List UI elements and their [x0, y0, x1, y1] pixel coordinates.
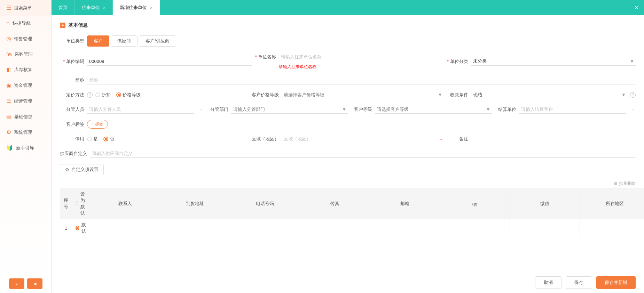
remark-group: 备注: [444, 135, 636, 143]
unit-type-row: 单位类型 客户 供应商 客户/供应商: [60, 35, 636, 47]
unit-btn-supplier[interactable]: 供应商: [111, 35, 138, 47]
short-name-row: 简称: [60, 76, 636, 84]
level-label: 价格等级: [123, 92, 141, 98]
short-name-label: 简称: [60, 77, 84, 83]
unit-category-select[interactable]: ▼: [471, 57, 636, 66]
customer-level-input[interactable]: [375, 105, 492, 113]
save-button[interactable]: 保存: [566, 276, 592, 289]
customer-price-level-input[interactable]: [282, 91, 443, 99]
manager-more-btn[interactable]: ···: [197, 107, 204, 112]
unit-name-label: 单位名称: [252, 54, 276, 60]
pricing-level-radio[interactable]: 价格等级: [116, 92, 141, 98]
remark-input[interactable]: [471, 135, 636, 143]
sidebar-item-guide[interactable]: 🔰 新手引导: [0, 140, 51, 156]
window-close-btn[interactable]: ×: [629, 0, 644, 15]
sidebar-item-operations[interactable]: ☰ 经营管理: [0, 93, 51, 109]
unit-code-input[interactable]: [87, 57, 252, 66]
qq-input[interactable]: [443, 224, 506, 232]
tab-home[interactable]: 首页: [52, 0, 75, 15]
sidebar-item-inventory[interactable]: ◧ 库存核算: [0, 62, 51, 78]
settlement-unit-group: 结算单位 ···: [492, 105, 636, 114]
region-more-btn[interactable]: ···: [437, 136, 444, 142]
tab-spacer: [160, 0, 629, 15]
row-email: [370, 219, 440, 237]
custom-settings-btn[interactable]: ⚙ 自定义项设置: [60, 164, 104, 175]
tab-partner[interactable]: 往来单位 ×: [75, 0, 113, 15]
region-input[interactable]: [282, 135, 434, 143]
sidebar-label-inventory: 库存核算: [14, 67, 32, 73]
batch-delete-label[interactable]: 批量删除: [619, 181, 636, 186]
unit-category-input[interactable]: [471, 57, 636, 65]
customer-price-level-select[interactable]: ▼: [282, 91, 443, 99]
disabled-yes-radio[interactable]: 是: [87, 136, 98, 142]
pricing-radio-group: 折扣 价格等级: [95, 92, 141, 98]
payment-terms-label: 收款条件: [444, 92, 468, 98]
header-checkbox[interactable]: [76, 201, 78, 206]
tab-partner-label: 往来单位: [82, 5, 100, 11]
disabled-no-radio[interactable]: 否: [103, 136, 114, 142]
delete-icon: 🗑: [614, 181, 618, 186]
unit-btn-both[interactable]: 客户/供应商: [139, 35, 176, 47]
default-text: 默认: [81, 222, 86, 234]
settlement-more-btn[interactable]: ···: [629, 107, 636, 112]
pricing-help-icon[interactable]: ?: [87, 92, 93, 98]
pricing-method-group: 定价方法 ? 折扣 价格等级: [60, 92, 252, 98]
custom-settings-area: ⚙ 自定义项设置: [60, 164, 636, 175]
manager-input[interactable]: [87, 105, 194, 114]
fax-input[interactable]: [304, 224, 366, 232]
tab-home-label: 首页: [58, 5, 68, 11]
short-name-input[interactable]: [87, 76, 636, 84]
row-default-radio[interactable]: 默认: [76, 222, 86, 234]
cancel-button[interactable]: 取消: [535, 276, 561, 289]
tab-new-partner-close[interactable]: ×: [150, 5, 152, 10]
payment-terms-select[interactable]: ▼: [471, 91, 627, 99]
row-region-input[interactable]: [583, 224, 644, 232]
guide-icon: 🔰: [6, 145, 13, 151]
sidebar-item-finance[interactable]: ◉ 资金管理: [0, 78, 51, 93]
table-header: 序号 设为默认 联系人 到货地址 电话号码 传真 邮箱 qq: [60, 188, 644, 219]
sidebar-expand-btn[interactable]: ≡: [9, 278, 24, 289]
settlement-unit-input[interactable]: [519, 105, 626, 114]
unit-code-label: 单位编码: [60, 58, 84, 65]
unit-name-input[interactable]: [279, 53, 443, 61]
sidebar-item-base-info[interactable]: ▤ 基础信息: [0, 109, 51, 124]
sidebar-item-search[interactable]: ☰ 搜索菜单: [0, 0, 51, 16]
sidebar-collapse-btn[interactable]: ◀: [27, 278, 42, 289]
email-input[interactable]: [374, 224, 436, 232]
sidebar-item-purchase[interactable]: 🛍 采购管理: [0, 47, 51, 62]
tab-new-partner[interactable]: 新增往来单位 ×: [113, 0, 160, 15]
col-phone: 电话号码: [230, 188, 300, 219]
department-input[interactable]: [231, 105, 348, 113]
phone-input[interactable]: [234, 224, 296, 232]
wechat-input[interactable]: [513, 224, 576, 232]
payment-help-icon[interactable]: ?: [630, 92, 636, 98]
sidebar-item-sales[interactable]: ◎ 销售管理: [0, 31, 51, 47]
contact-input[interactable]: [94, 224, 156, 232]
address-input[interactable]: [164, 224, 226, 232]
customer-price-level-group: 客户价格等级 ▼: [252, 91, 443, 99]
sidebar-item-system[interactable]: ⚙ 系统管理: [0, 124, 51, 140]
col-email: 邮箱: [370, 188, 440, 219]
manager-row: 分管人员 ··· 分管部门 ▼ 客户等级 ▼: [60, 105, 636, 114]
base-info-icon: ▤: [6, 113, 11, 120]
save-new-button[interactable]: 保存并新增: [596, 276, 636, 289]
payment-terms-group: 收款条件 ▼ ?: [444, 91, 636, 99]
disabled-region-row: 停用 是 否 区: [60, 135, 636, 143]
customer-level-select[interactable]: ▼: [375, 105, 492, 114]
pricing-discount-radio[interactable]: 折扣: [95, 92, 111, 98]
payment-terms-input[interactable]: [471, 91, 627, 99]
unit-btn-customer[interactable]: 客户: [87, 35, 109, 47]
add-tag-btn[interactable]: + 标签: [87, 120, 108, 129]
department-group: 分管部门 ▼: [204, 105, 348, 114]
unit-code-group: 单位编码: [60, 57, 252, 66]
customer-tag-label: 客户标签: [60, 121, 84, 128]
tag-group: 客户标签 + 标签: [60, 120, 636, 129]
sidebar-label-operations: 经营管理: [14, 98, 32, 104]
supplier-custom-input[interactable]: [90, 149, 636, 158]
sidebar-item-quick-nav[interactable]: ⌂ 快捷导航: [0, 16, 51, 31]
row-region: [580, 219, 644, 237]
department-select[interactable]: ▼: [231, 105, 348, 114]
row-fax: [300, 219, 370, 237]
tab-partner-close[interactable]: ×: [103, 5, 105, 10]
unit-name-error-hint: 请输入往来单位名称: [279, 64, 316, 69]
